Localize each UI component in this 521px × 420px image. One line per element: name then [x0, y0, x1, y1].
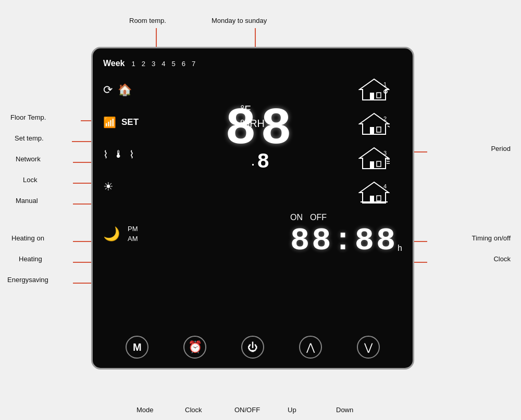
mode-button[interactable]: M — [126, 336, 148, 359]
mode-icon: M — [133, 341, 142, 353]
svg-text:2: 2 — [383, 116, 387, 122]
label-lock: Lock — [23, 176, 37, 184]
day-3: 3 — [152, 60, 155, 68]
label-clock-bottom: Clock — [185, 406, 202, 414]
svg-text:1: 1 — [383, 81, 387, 87]
svg-rect-32 — [370, 161, 374, 169]
house-temp-icon: 🏠 — [118, 83, 132, 97]
am-pm-display: PM AM — [128, 224, 138, 243]
on-label: ON — [290, 213, 303, 222]
down-button[interactable]: ⋁ — [357, 336, 380, 359]
clock-time-display: 88:88 — [290, 222, 398, 259]
day-1: 1 — [132, 60, 135, 68]
label-timing-onoff: Timing on/off — [472, 234, 511, 242]
up-icon: ⋀ — [306, 341, 315, 353]
middle-section: ⟳ 🏠 📶 SET ⌇ 🌡 ⌇ ☀ 88 — [93, 71, 413, 206]
power-icon: ⏻ — [247, 341, 258, 353]
svg-rect-40 — [377, 196, 381, 201]
heating-icon-row: ☀ — [103, 180, 166, 194]
sun-icon: ☀ — [103, 180, 114, 194]
up-button[interactable]: ⋀ — [299, 336, 322, 359]
label-heating: Heating — [19, 255, 42, 263]
moon-icon: 🌙 — [103, 226, 120, 242]
day-7: 7 — [192, 60, 195, 68]
on-off-labels: ON OFF — [290, 209, 327, 222]
day-2: 2 — [142, 60, 145, 68]
label-down: Down — [336, 406, 353, 414]
floor-icon: ⟳ — [103, 83, 113, 97]
period-3-icon: 3 — [355, 145, 393, 172]
svg-rect-20 — [370, 93, 374, 100]
label-heating-on: Heating on — [11, 234, 44, 242]
off-label: OFF — [310, 213, 327, 222]
flame-right-icon: ⌇ — [129, 148, 134, 161]
clock-section: 🌙 PM AM ON OFF 88:88 h — [93, 206, 413, 267]
power-button[interactable]: ⏻ — [241, 336, 264, 359]
clock-icon: ⏰ — [188, 340, 202, 354]
week-label: Week — [103, 59, 125, 68]
svg-text:3: 3 — [383, 150, 387, 156]
pm-label: PM — [128, 224, 138, 234]
thermostat-display: Week 1 2 3 4 5 6 7 ⟳ 🏠 📶 SET ⌇ 🌡 ⌇ — [91, 47, 414, 370]
set-row: 📶 SET — [103, 116, 166, 129]
clock-button[interactable]: ⏰ — [183, 336, 206, 359]
flame-left-icon: ⌇ — [103, 148, 108, 161]
label-mode: Mode — [137, 406, 154, 414]
period-4-icon: 4 — [355, 179, 393, 206]
right-icons: 1 2 — [355, 71, 402, 206]
period-2-icon: 2 — [355, 110, 393, 137]
left-icons: ⟳ 🏠 📶 SET ⌇ 🌡 ⌇ ☀ — [103, 71, 166, 206]
floor-temp-icon-row: ⟳ 🏠 — [103, 83, 166, 97]
svg-rect-27 — [377, 127, 381, 132]
day-5: 5 — [171, 60, 175, 68]
label-up: Up — [288, 406, 296, 414]
manual-icon-row: ⌇ 🌡 ⌇ — [103, 148, 166, 161]
svg-rect-21 — [377, 93, 381, 98]
label-monday-to-sunday: Monday to sunday — [212, 17, 267, 24]
h-label: h — [398, 244, 402, 259]
svg-line-29 — [388, 126, 390, 127]
week-row: Week 1 2 3 4 5 6 7 — [93, 48, 413, 71]
am-label: AM — [128, 234, 138, 244]
center-display: 88 °F %RH . 8 — [166, 71, 355, 206]
svg-rect-26 — [370, 127, 374, 134]
button-row: M ⏰ ⏻ ⋀ ⋁ — [108, 336, 397, 359]
set-label: SET — [121, 117, 139, 128]
down-icon: ⋁ — [364, 341, 373, 353]
temp-unit: °F %RH — [240, 104, 265, 130]
period-1-icon: 1 — [355, 76, 393, 103]
degree-f-label: °F — [240, 104, 265, 116]
label-floor-temp: Floor Temp. — [10, 113, 46, 121]
wifi-icon: 📶 — [103, 116, 116, 129]
label-energysaving: Energysaving — [7, 276, 48, 284]
label-manual: Manual — [16, 197, 38, 205]
rh-label: %RH — [240, 118, 265, 130]
svg-text:4: 4 — [383, 183, 387, 189]
label-set-temp: Set temp. — [15, 134, 44, 142]
label-period: Period — [491, 145, 511, 152]
day-4: 4 — [162, 60, 165, 68]
label-network: Network — [16, 155, 41, 163]
label-onoff: ON/OFF — [234, 406, 260, 414]
svg-rect-33 — [377, 161, 381, 167]
thermometer-icon: 🌡 — [114, 148, 124, 160]
day-6: 6 — [182, 60, 185, 68]
label-clock-right: Clock — [493, 255, 511, 263]
label-room-temp: Room temp. — [129, 17, 166, 24]
